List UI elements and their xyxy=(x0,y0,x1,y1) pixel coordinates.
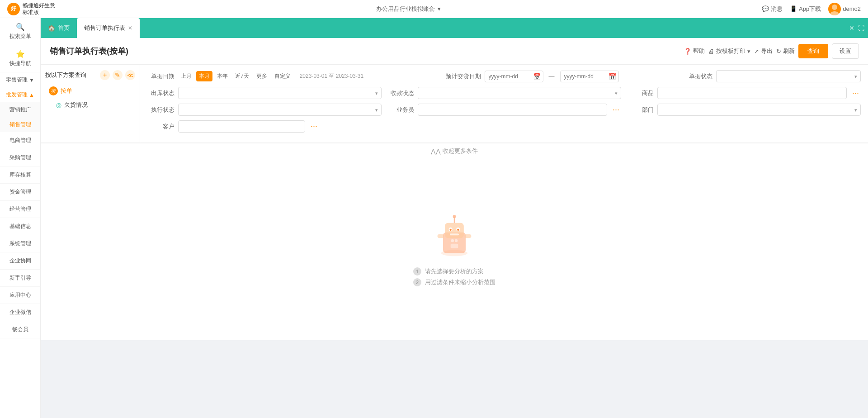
sidebar-item-label: 搜索菜单 xyxy=(9,33,31,40)
sidebar-item-appstore[interactable]: 应用中心 xyxy=(0,287,40,304)
app-download-btn[interactable]: 📱 App下载 xyxy=(790,5,821,13)
export-btn[interactable]: ↗ 导出 xyxy=(754,47,773,55)
expected-date-end-wrapper: 📅 xyxy=(560,71,619,82)
sidebar-item-newbie[interactable]: 新手引导 xyxy=(0,270,40,287)
filter-item-collect-status: 收款状态 ▾ xyxy=(387,87,621,99)
debt-label: 欠货情况 xyxy=(64,101,88,109)
tab-bar-actions: ✕ ⛶ xyxy=(849,24,868,32)
filter-section: 按以下方案查询 ＋ ✎ ≪ 按 按单 ◎ 欠货情况 xyxy=(41,65,868,143)
salesperson-input[interactable] xyxy=(418,104,607,116)
date-range-text: 2023-03-01 至 2023-03-31 xyxy=(300,72,363,80)
filter-item-ship-status: 出库状态 ▾ xyxy=(147,87,382,99)
refresh-btn[interactable]: ↻ 刷新 xyxy=(776,47,795,55)
collapse-up-icon: ⋀⋀ xyxy=(431,148,441,155)
retail-label: 零售管理 xyxy=(6,76,28,84)
sidebar-item-operations[interactable]: 经营管理 xyxy=(0,201,40,218)
tab-bar: 🏠 首页 销售订单执行表 ✕ ✕ ⛶ xyxy=(41,18,868,38)
filter-item-expected-date: 预计交货日期 📅 — 📅 xyxy=(446,71,680,82)
print-dropdown-icon[interactable]: ▾ xyxy=(747,48,750,55)
expected-date-start[interactable] xyxy=(485,71,543,82)
wholesale-label: 批发管理 xyxy=(6,91,28,99)
sidebar-item-member[interactable]: 畅会员 xyxy=(0,321,40,338)
date-label: 单据日期 xyxy=(147,72,175,81)
page-content: 销售订单执行表(按单) ❓ 帮助 🖨 按模板打印 ▾ ↗ 导出 xyxy=(41,38,868,418)
date-separator: — xyxy=(547,73,557,80)
ecommerce-label: 电商管理 xyxy=(9,137,31,144)
expected-date-label: 预计交货日期 xyxy=(446,72,481,81)
svg-point-15 xyxy=(455,239,458,242)
sidebar-item-retail[interactable]: 零售管理 ▼ xyxy=(0,72,40,87)
btn-custom[interactable]: 自定义 xyxy=(272,71,293,81)
user-avatar[interactable]: demo2 xyxy=(828,3,861,15)
sidebar-item-ecommerce[interactable]: 电商管理 xyxy=(0,132,40,149)
empty-tip-1: 1 请先选择要分析的方案 xyxy=(413,267,495,276)
tab-sales-exec[interactable]: 销售订单执行表 ✕ xyxy=(77,18,140,38)
tab-home[interactable]: 🏠 首页 xyxy=(41,18,77,38)
scheme-debt[interactable]: ◎ 欠货情况 xyxy=(45,98,135,112)
goods-input[interactable] xyxy=(657,87,847,99)
collect-status-select[interactable] xyxy=(418,87,621,99)
tab-close-window-icon[interactable]: ✕ xyxy=(849,24,854,32)
logo-icon: 好 xyxy=(7,3,20,15)
sidebar-item-search[interactable]: 🔍 搜索菜单 xyxy=(0,18,40,45)
btn-this-year[interactable]: 本年 xyxy=(214,71,231,81)
goods-more-btn[interactable]: ··· xyxy=(850,88,861,98)
btn-last-month[interactable]: 上月 xyxy=(178,71,194,81)
svg-rect-16 xyxy=(451,243,458,248)
btn-last-7[interactable]: 近7天 xyxy=(232,71,252,81)
sidebar-item-sales[interactable]: 销售管理 xyxy=(0,117,40,132)
ship-status-label: 出库状态 xyxy=(147,89,175,97)
sidebar-item-finance[interactable]: 资金管理 xyxy=(0,184,40,201)
tab-close-icon[interactable]: ✕ xyxy=(128,25,132,31)
collapse-more-btn[interactable]: ⋀⋀ 收起更多条件 xyxy=(41,143,868,159)
sidebar-item-wechat[interactable]: 企业微信 xyxy=(0,304,40,321)
appstore-label: 应用中心 xyxy=(9,291,31,299)
query-button[interactable]: 查询 xyxy=(798,44,828,58)
sidebar-item-marketing[interactable]: 营销推广 xyxy=(0,102,40,117)
newbie-label: 新手引导 xyxy=(9,274,31,282)
filter-item-customer: 客户 ··· xyxy=(147,120,319,133)
logo-text: 畅捷通好生意 标准版 xyxy=(23,2,55,15)
exec-status-select[interactable] xyxy=(178,104,382,116)
ship-status-select[interactable] xyxy=(178,87,382,99)
base-label: 基础信息 xyxy=(9,223,31,230)
help-btn[interactable]: ❓ 帮助 xyxy=(684,47,705,55)
filter-row-date: 单据日期 上月 本月 本年 近7天 更多 自定义 2023-03-01 至 20… xyxy=(147,70,861,82)
template-print-btn[interactable]: 🖨 按模板打印 ▾ xyxy=(708,47,750,55)
setting-button[interactable]: 设置 xyxy=(832,43,859,59)
debt-icon: ◎ xyxy=(56,101,61,109)
customer-input[interactable] xyxy=(178,120,305,133)
btn-this-month[interactable]: 本月 xyxy=(196,71,212,81)
sidebar-item-wholesale[interactable]: 批发管理 ▲ xyxy=(0,87,40,102)
btn-more[interactable]: 更多 xyxy=(254,71,270,81)
sidebar-item-purchase[interactable]: 采购管理 xyxy=(0,149,40,166)
sidebar-item-enterprise[interactable]: 企业协同 xyxy=(0,252,40,270)
expected-date-start-wrapper: 📅 xyxy=(485,71,543,82)
edit-scheme-icon[interactable]: ✎ xyxy=(113,70,123,80)
customer-more-btn[interactable]: ··· xyxy=(309,122,319,131)
filter-item-dept: 部门 ▾ xyxy=(627,104,861,116)
scheme-by-order[interactable]: 按 按单 xyxy=(45,84,135,98)
sidebar-item-system[interactable]: 系统管理 xyxy=(0,235,40,252)
doc-status-select[interactable] xyxy=(716,70,861,82)
logo: 好 畅捷通好生意 标准版 xyxy=(7,2,55,15)
enterprise-label: 企业协同 xyxy=(9,257,31,265)
sidebar-item-quicknav[interactable]: ⭐ 快捷导航 xyxy=(0,45,40,72)
tab-maximize-icon[interactable]: ⛶ xyxy=(858,24,864,32)
customer-label: 客户 xyxy=(147,123,175,131)
message-btn[interactable]: 💬 消息 xyxy=(762,5,783,13)
expected-date-end[interactable] xyxy=(560,71,619,82)
export-icon: ↗ xyxy=(754,48,759,55)
dept-select[interactable] xyxy=(657,104,861,116)
salesperson-label: 业务员 xyxy=(387,106,414,114)
salesperson-more-btn[interactable]: ··· xyxy=(611,105,621,114)
add-scheme-icon[interactable]: ＋ xyxy=(100,70,110,80)
sidebar-item-base[interactable]: 基础信息 xyxy=(0,218,40,235)
filter-item-exec-status: 执行状态 ▾ xyxy=(147,104,382,116)
filter-item-goods: 商品 ··· xyxy=(627,87,861,99)
scheme-icons: ＋ ✎ ≪ xyxy=(100,70,135,80)
sidebar: 🔍 搜索菜单 ⭐ 快捷导航 零售管理 ▼ 批发管理 ▲ 营销推广 销售管理 电商… xyxy=(0,18,41,418)
collapse-scheme-icon[interactable]: ≪ xyxy=(125,70,135,80)
nav-dropdown-icon[interactable]: ▾ xyxy=(438,5,441,12)
sidebar-item-inventory[interactable]: 库存核算 xyxy=(0,166,40,184)
